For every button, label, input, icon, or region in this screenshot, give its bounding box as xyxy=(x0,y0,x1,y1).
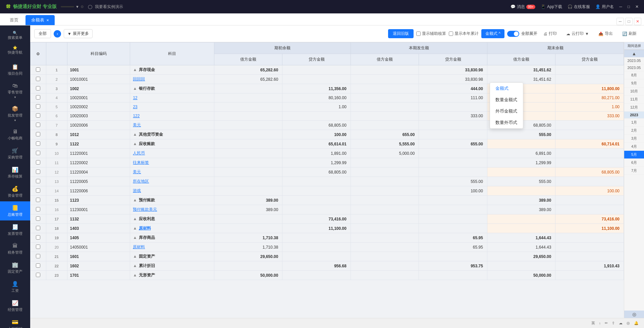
sidebar-item-ops[interactable]: 📈 经营管理 xyxy=(0,297,30,316)
mode-option-qty-amount[interactable]: 数量金额式 xyxy=(490,94,523,106)
expand-more-btn[interactable]: ▼ 展开更多 xyxy=(64,29,93,38)
sidebar-item-ecommerce[interactable]: 🖥 小畅电商 xyxy=(0,125,30,144)
row-check[interactable] xyxy=(31,196,46,205)
row-check[interactable] xyxy=(31,158,46,168)
date-item-7[interactable]: 7月 xyxy=(624,167,644,175)
date-item-3[interactable]: 3月 xyxy=(624,135,644,143)
row-check[interactable] xyxy=(31,243,46,252)
date-nav-up[interactable]: ▲ xyxy=(624,50,644,57)
user-btn[interactable]: 👤 用户名 xyxy=(595,4,614,10)
row-check[interactable] xyxy=(31,65,46,75)
row-check[interactable] xyxy=(31,224,46,233)
demo-link[interactable]: ◯ 我要看实例演示 xyxy=(88,4,123,10)
mode-option-qty-foreign[interactable]: 数量外币式 xyxy=(490,117,523,128)
row-check[interactable] xyxy=(31,186,46,196)
sidebar-item-capital[interactable]: 💰 资金管理 xyxy=(0,182,30,201)
refresh-btn[interactable]: 🔄 刷新 xyxy=(619,29,640,38)
minimize-btn[interactable]: ─ xyxy=(619,4,622,9)
sidebar-item-project[interactable]: 📋 项目合同 xyxy=(0,60,30,79)
date-item-4[interactable]: 4月 xyxy=(624,143,644,151)
filter-arrow-btn[interactable]: › xyxy=(54,30,61,38)
row-check[interactable] xyxy=(31,112,46,121)
sidebar-item-payroll[interactable]: 👤 工资 xyxy=(0,277,30,297)
sidebar-quicknav[interactable]: ⭐ 快捷导航 xyxy=(0,43,30,58)
download-btn[interactable]: 📱 App下载 xyxy=(541,4,562,10)
row-check[interactable] xyxy=(31,261,46,271)
row-check[interactable] xyxy=(31,214,46,224)
row-check[interactable] xyxy=(31,271,46,280)
tab-close-icon[interactable]: ✕ xyxy=(46,18,49,22)
row-check[interactable] xyxy=(31,103,46,112)
show-aux-label[interactable]: 显示辅助核算 xyxy=(416,31,446,37)
sidebar-item-retail[interactable]: 🛍 零售管理 ▼ xyxy=(0,79,30,102)
date-item-11[interactable]: 11月 xyxy=(624,95,644,104)
support-btn[interactable]: 🎧 在线客服 xyxy=(568,4,590,10)
sidebar-item-invoice[interactable]: 🧾 发票管理 xyxy=(0,220,30,240)
cloud-print-btn[interactable]: ☁ 云打印 ▼ xyxy=(563,29,592,38)
row-name[interactable]: 23 xyxy=(130,103,214,112)
row-name[interactable]: 美元 xyxy=(130,121,214,130)
sidebar-item-fixed[interactable]: 🏢 固定资产 xyxy=(0,258,30,277)
row-name[interactable]: 美元 xyxy=(130,168,214,177)
win-close-btn[interactable]: ✕ xyxy=(634,18,641,25)
row-check[interactable] xyxy=(31,139,46,149)
row-name[interactable]: 12 xyxy=(130,93,214,103)
expand-all-toggle[interactable]: 全部展开 xyxy=(507,31,537,37)
export-btn[interactable]: 📤 导出 xyxy=(595,29,616,38)
mode-btn[interactable]: 金额式 ^ xyxy=(481,29,504,38)
date-item-2[interactable]: 2月 xyxy=(624,127,644,135)
restore-btn[interactable]: □ xyxy=(628,4,630,9)
tab-home[interactable]: 首页 xyxy=(4,15,24,25)
date-item-9[interactable]: 9月 xyxy=(624,79,644,87)
message-btn[interactable]: 💬 消息 99+ xyxy=(511,4,535,10)
mode-option-foreign-amount[interactable]: 外币金额式 xyxy=(490,106,523,117)
status-bell-icon[interactable]: 🔔 xyxy=(634,321,639,325)
tab-balance[interactable]: 余额表 ✕ xyxy=(25,15,55,25)
sidebar-item-inventory[interactable]: 📊 库存核算 xyxy=(0,163,30,182)
date-nav-down[interactable]: ◎ xyxy=(624,311,644,318)
row-check[interactable] xyxy=(31,121,46,130)
row-check[interactable] xyxy=(31,93,46,103)
sidebar-search[interactable]: 🔍 搜索菜单 xyxy=(0,28,30,43)
date-item-5[interactable]: 5月 xyxy=(624,151,644,159)
row-check[interactable] xyxy=(31,149,46,158)
status-upload-icon[interactable]: ↑ xyxy=(599,321,601,325)
all-filter-btn[interactable]: 全部 xyxy=(34,29,51,38)
th-settings[interactable]: ⚙ xyxy=(31,43,46,65)
table-wrap[interactable]: ⚙ 科目编码 科目 期初余额 本期发生额 期末余额 借方金额 贷方金额 借方金额 xyxy=(30,42,624,318)
win-restore-btn[interactable]: □ xyxy=(625,18,633,25)
sidebar-item-tax[interactable]: 🏛 税务管理 xyxy=(0,240,30,258)
row-check[interactable] xyxy=(31,130,46,139)
row-check[interactable] xyxy=(31,84,46,93)
win-min-btn[interactable]: ─ xyxy=(616,18,624,25)
close-btn[interactable]: ✕ xyxy=(635,4,639,9)
status-shift-icon[interactable]: ⇧ xyxy=(612,321,615,325)
show-ytd-label[interactable]: 显示本年累计 xyxy=(449,31,479,37)
row-check[interactable] xyxy=(31,252,46,261)
return-old-btn[interactable]: 退回旧版 xyxy=(388,29,414,38)
status-cloud-icon[interactable]: ☁ xyxy=(619,321,623,325)
status-edit-icon[interactable]: ✏ xyxy=(605,321,608,325)
date-item-period2[interactable]: 2023.05 xyxy=(624,64,644,71)
row-check[interactable] xyxy=(31,75,46,84)
mode-option-amount[interactable]: 金额式 xyxy=(490,83,523,94)
print-btn[interactable]: 🖨 打印 xyxy=(540,29,560,38)
date-item-period1[interactable]: 2023.05 xyxy=(624,57,644,64)
address-bar[interactable] xyxy=(61,6,74,7)
date-item-12[interactable]: 12月 xyxy=(624,104,644,112)
date-item-8[interactable]: 8月 xyxy=(624,71,644,79)
dropdown-arrow-icon[interactable]: ▼ xyxy=(75,5,79,9)
sidebar-item-ledger[interactable]: 📒 总账管理 xyxy=(0,201,30,220)
status-target-icon[interactable]: ◎ xyxy=(627,321,630,325)
row-check[interactable] xyxy=(31,177,46,186)
row-check[interactable] xyxy=(31,233,46,243)
sidebar-item-purchase[interactable]: 🛒 采购管理 xyxy=(0,144,30,163)
show-aux-checkbox[interactable] xyxy=(416,31,421,36)
show-ytd-checkbox[interactable] xyxy=(449,31,453,36)
date-item-1[interactable]: 1月 xyxy=(624,119,644,127)
settings-icon[interactable]: ⚙ xyxy=(80,5,84,9)
sidebar-item-sales[interactable]: 💳 小畅报销 xyxy=(0,316,30,328)
toggle-switch[interactable] xyxy=(507,31,519,37)
row-check[interactable] xyxy=(31,205,46,214)
row-name[interactable]: 122 xyxy=(130,112,214,121)
